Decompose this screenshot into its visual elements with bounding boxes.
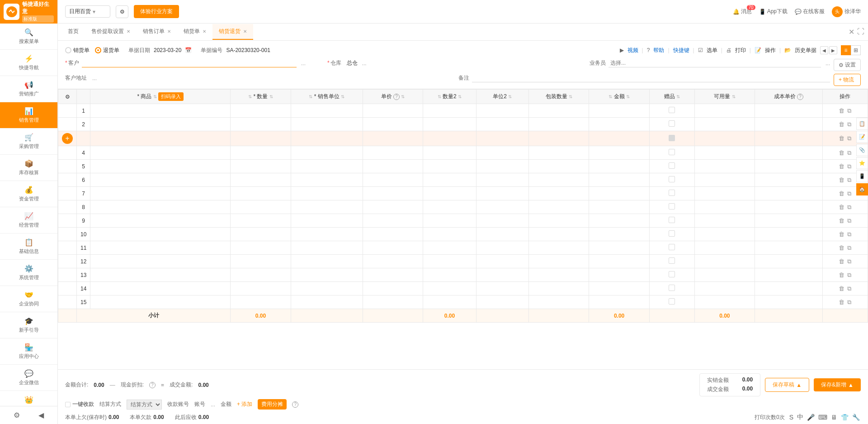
pq5[interactable] [529,160,589,173]
pack-qty-cell-2[interactable] [529,118,589,131]
quantity-cell-1[interactable] [231,104,291,118]
experience-button[interactable]: 体验行业方案 [134,5,179,18]
p9[interactable] [90,214,231,228]
history-label[interactable]: 历史单据 [795,47,816,54]
amount-cell-2[interactable] [589,118,649,131]
warehouse-dots-button[interactable]: ... [362,60,367,67]
cost-price-cell-2[interactable] [755,118,822,131]
staff-dots-button[interactable]: ... [826,60,830,67]
a12[interactable] [589,255,649,268]
del11[interactable]: 🗑 [839,244,844,252]
quantity-cell-3[interactable] [231,131,291,146]
right-panel-btn-3[interactable]: 📎 [856,144,868,156]
industry-dropdown[interactable]: 日用百货 ▾ [65,5,110,18]
discount-help-icon[interactable]: ? [149,382,156,388]
p15[interactable] [90,295,231,309]
operate-label[interactable]: 操作 [765,47,776,54]
del13[interactable]: 🗑 [839,272,844,279]
up5[interactable] [363,160,423,173]
gift-checkbox-8[interactable] [669,203,675,210]
gift-checkbox-4[interactable] [669,149,675,155]
p5[interactable] [90,160,231,173]
q25[interactable] [423,160,476,173]
sidebar-item-system[interactable]: ⚙️ 系统管理 [0,260,57,286]
u24[interactable] [476,146,529,160]
help-label[interactable]: 帮助 [653,47,664,54]
unit-price-sort-icon[interactable]: ⇅ [401,94,405,99]
gift-checkbox-11[interactable] [669,244,675,250]
su7[interactable] [291,187,363,200]
available-cell-2[interactable] [694,118,755,131]
sidebar-item-enterprise[interactable]: 🤝 企业协同 [0,286,57,312]
q12[interactable] [231,255,291,268]
del10[interactable]: 🗑 [839,231,844,238]
print-label[interactable]: 打印 [735,47,746,54]
sales-unit-cell-1[interactable] [291,104,363,118]
qty2-cell-1[interactable] [423,104,476,118]
del5[interactable]: 🗑 [839,163,844,170]
gift-checkbox-9[interactable] [669,217,675,223]
unit2-cell-2[interactable] [476,118,529,131]
unit2-cell-3[interactable] [476,131,529,146]
copy6[interactable]: ⧉ [847,176,851,184]
q214[interactable] [423,282,476,295]
delete-row-1-icon[interactable]: 🗑 [839,107,844,114]
address-dots-button[interactable]: ... [92,75,97,81]
quantity-cell-2[interactable] [231,118,291,131]
cp4[interactable] [755,146,822,160]
u28[interactable] [476,200,529,214]
unit-price-cell-1[interactable] [363,104,423,118]
copy-row-3-icon[interactable]: ⧉ [847,135,851,142]
copy9[interactable]: ⧉ [847,217,851,224]
pq8[interactable] [529,200,589,214]
sidebar-item-sales[interactable]: 📊 销售管理 [0,102,57,129]
staff-input[interactable] [609,59,821,67]
sidebar-item-member[interactable]: 👑 畅会员 [0,391,57,406]
app-download-link[interactable]: 📱 App下载 [759,8,788,15]
av14[interactable] [694,282,755,295]
pack-qty-cell-1[interactable] [529,104,589,118]
gift-checkbox-13[interactable] [669,271,675,277]
sidebar-item-base[interactable]: 📋 基础信息 [0,233,57,260]
gift-checkbox-6[interactable] [669,176,675,182]
settings-side-button[interactable]: ⚙ 设置 [834,59,861,71]
q211[interactable] [423,241,476,255]
p6[interactable] [90,173,231,187]
pq9[interactable] [529,214,589,228]
q13[interactable] [231,268,291,282]
pq6[interactable] [529,173,589,187]
u214[interactable] [476,282,529,295]
q27[interactable] [423,187,476,200]
scan-button[interactable]: 扫码录入 [158,92,184,101]
sales-unit-cell-3[interactable] [291,131,363,146]
p13[interactable] [90,268,231,282]
qty2-cell-2[interactable] [423,118,476,131]
sidebar-item-operation[interactable]: 📈 经营管理 [0,207,57,233]
p8[interactable] [90,200,231,214]
up14[interactable] [363,282,423,295]
unit2-cell-1[interactable] [476,104,529,118]
sales-unit-cell-2[interactable] [291,118,363,131]
p4[interactable] [90,146,231,160]
cp12[interactable] [755,255,822,268]
calendar-icon[interactable]: 📅 [185,47,192,53]
cp11[interactable] [755,241,822,255]
a4[interactable] [589,146,649,160]
select-label[interactable]: 选单 [707,47,717,54]
one-click-payment-checkbox[interactable] [65,402,71,407]
product-sort-icon[interactable]: ⇅ [153,94,157,99]
copy4[interactable]: ⧉ [847,149,851,157]
av9[interactable] [694,214,755,228]
quantity-sort-icon-left[interactable]: ⇅ [248,94,252,99]
copy11[interactable]: ⧉ [847,244,851,252]
del14[interactable]: 🗑 [839,285,844,292]
copy14[interactable]: ⧉ [847,285,851,292]
right-panel-btn-6[interactable]: 🏠 [856,183,868,195]
su15[interactable] [291,295,363,309]
fee-split-help-icon[interactable]: ? [292,401,298,408]
pq7[interactable] [529,187,589,200]
q15[interactable] [231,295,291,309]
pq11[interactable] [529,241,589,255]
gift-checkbox-14[interactable] [669,285,675,291]
su11[interactable] [291,241,363,255]
